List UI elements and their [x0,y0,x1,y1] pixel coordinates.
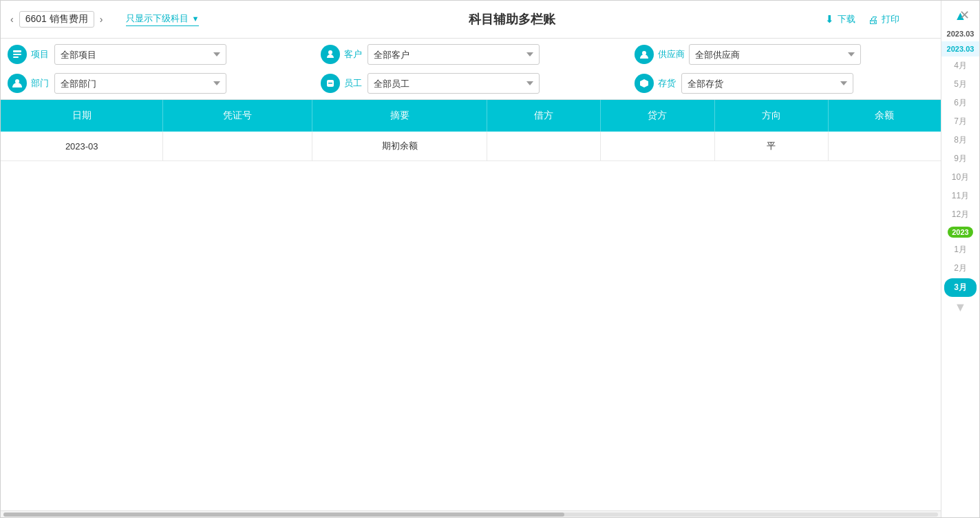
side-period-2[interactable]: 2月 [941,259,979,278]
col-summary: 摘要 [312,100,487,132]
year-badge: 2023 [948,227,972,238]
project-select[interactable]: 全部项目 [54,44,226,65]
inventory-select[interactable]: 全部存货 [681,73,853,94]
table-header-row: 日期 凭证号 摘要 借方 贷方 方向 余额 [1,100,941,132]
download-icon: ⬇ [825,13,834,25]
filter-row-2: 部门 全部部门 员工 全部员工 [8,73,934,94]
side-period-10[interactable]: 10月 [941,168,979,187]
print-button[interactable]: 🖨 打印 [868,13,899,25]
col-balance: 余额 [828,100,941,132]
table-body: 2023-03 期初余额 平 [1,132,941,161]
dropdown-icon: ▼ [191,14,199,23]
filter-supplier: 供应商 全部供应商 [635,44,934,65]
cell-debit [487,132,600,161]
table-row: 2023-03 期初余额 平 [1,132,941,161]
col-credit: 贷方 [601,100,714,132]
show-sub-label: 只显示下级科目 [126,12,189,25]
project-icon [8,45,27,64]
cell-voucher [163,132,312,161]
filter-project: 项目 全部项目 [8,44,307,65]
table-area: 日期 凭证号 摘要 借方 贷方 方向 余额 2023-03 期初余额 平 [1,100,941,510]
side-period-9[interactable]: 9月 [941,149,979,168]
side-period-1[interactable]: 1月 [941,240,979,259]
dept-icon [8,74,27,93]
side-period-4[interactable]: 4月 [941,56,979,75]
next-account-button[interactable]: › [97,12,106,26]
show-sub-accounts-button[interactable]: 只显示下级科目 ▼ [126,12,199,26]
scrollbar-thumb[interactable] [3,512,564,517]
filter-dept: 部门 全部部门 [8,73,307,94]
side-period-12[interactable]: 12月 [941,205,979,224]
svg-rect-1 [13,54,21,55]
side-panel: ▲ 2023.03 2023.03 4月 5月 6月 7月 8月 9月 10月 … [941,1,979,517]
print-label: 打印 [882,13,899,25]
page-title: 科目辅助多栏账 [199,11,825,28]
filter-employee: 员工 全部员工 [321,73,620,94]
inventory-label: 存货 [658,77,677,90]
side-period-header: 2023.03 [941,26,979,41]
filter-customer: 客户 全部客户 [321,44,620,65]
supplier-label: 供应商 [658,48,685,61]
svg-rect-6 [328,83,332,84]
content-area: ✕ ‹ 6601 销售费用 › 只显示下级科目 ▼ 科目辅助多栏账 ⬇ 下载 🖨 [1,1,941,517]
download-button[interactable]: ⬇ 下载 [825,13,855,25]
side-period-11[interactable]: 11月 [941,187,979,205]
side-down-button[interactable]: ▼ [952,298,970,318]
scrollbar-track[interactable] [3,512,938,517]
side-period-3-active[interactable]: 3月 [944,278,977,297]
top-bar: ‹ 6601 销售费用 › 只显示下级科目 ▼ 科目辅助多栏账 ⬇ 下载 🖨 打… [1,1,941,39]
side-period-2023-03[interactable]: 2023.03 [941,41,979,56]
employee-icon [321,74,340,93]
prev-account-button[interactable]: ‹ [8,12,17,26]
bottom-scrollbar[interactable] [1,510,941,517]
print-icon: 🖨 [868,14,878,25]
filter-row-1: 项目 全部项目 客户 全部客户 [8,44,934,65]
customer-select[interactable]: 全部客户 [368,44,540,65]
col-direction: 方向 [714,100,828,132]
side-period-5[interactable]: 5月 [941,75,979,94]
customer-label: 客户 [344,48,363,61]
filter-inventory: 存货 全部存货 [635,73,934,94]
employee-label: 员工 [344,77,363,90]
toolbar-right: ⬇ 下载 🖨 打印 [825,13,899,25]
svg-rect-2 [13,56,19,58]
supplier-icon [635,45,654,64]
account-code-label: 6601 销售费用 [19,11,94,28]
col-voucher: 凭证号 [163,100,312,132]
side-period-6[interactable]: 6月 [941,94,979,112]
dept-label: 部门 [31,77,50,90]
cell-direction: 平 [714,132,828,161]
cell-credit [601,132,714,161]
col-date: 日期 [1,100,163,132]
cell-date: 2023-03 [1,132,163,161]
ledger-table: 日期 凭证号 摘要 借方 贷方 方向 余额 2023-03 期初余额 平 [1,100,941,161]
col-debit: 借方 [487,100,600,132]
dept-select[interactable]: 全部部门 [54,73,226,94]
project-label: 项目 [31,48,50,61]
account-nav: ‹ 6601 销售费用 › [8,11,105,28]
main-window: ✕ ‹ 6601 销售费用 › 只显示下级科目 ▼ 科目辅助多栏账 ⬇ 下载 🖨 [0,0,980,518]
inventory-icon [635,74,654,93]
side-period-8[interactable]: 8月 [941,131,979,149]
download-label: 下载 [838,13,855,25]
cell-balance [828,132,941,161]
svg-rect-0 [13,50,21,52]
side-year-2023: 2023 [941,224,979,240]
cell-summary: 期初余额 [312,132,487,161]
employee-select[interactable]: 全部员工 [368,73,540,94]
customer-icon [321,45,340,64]
supplier-select[interactable]: 全部供应商 [689,44,861,65]
filter-bar: 项目 全部项目 客户 全部客户 [1,39,941,100]
side-period-7[interactable]: 7月 [941,112,979,131]
